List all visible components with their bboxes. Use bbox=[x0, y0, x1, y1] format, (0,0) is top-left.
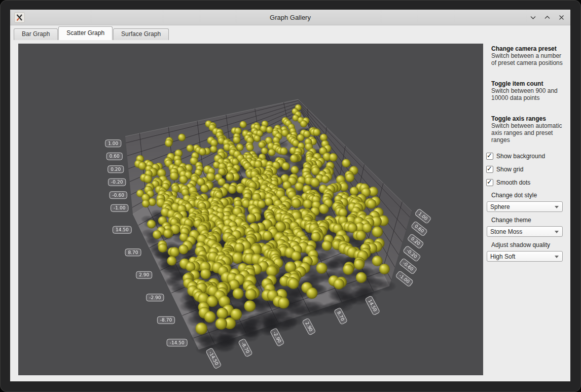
theme-group: Change theme Stone Moss bbox=[487, 217, 567, 237]
dot-style-group: Change dot style Sphere bbox=[487, 192, 567, 212]
theme-label: Change theme bbox=[491, 217, 567, 224]
tab-scatter-graph[interactable]: Scatter Graph bbox=[58, 26, 113, 40]
dropdown-value: High Soft bbox=[490, 253, 515, 260]
dropdown-arrow-icon bbox=[555, 231, 559, 233]
checkbox-box: ✓ bbox=[486, 153, 493, 160]
section-heading: Change camera preset bbox=[491, 45, 567, 52]
control-panel: Change camera preset Switch between a nu… bbox=[483, 40, 570, 381]
shadow-quality-group: Adjust shadow quality High Soft bbox=[487, 241, 567, 262]
checkbox-label: Smooth dots bbox=[496, 179, 530, 186]
checkbox-box: ✓ bbox=[486, 166, 493, 173]
close-button[interactable] bbox=[557, 13, 565, 21]
tab-bar: Bar Graph Scatter Graph Surface Graph bbox=[14, 26, 169, 40]
window-frame: Graph Gallery Bar Graph Scatter Graph bbox=[0, 0, 581, 392]
check-icon: ✓ bbox=[487, 152, 492, 159]
checkbox-box: ✓ bbox=[486, 179, 493, 186]
section-heading: Toggle item count bbox=[491, 80, 567, 87]
shadow-quality-dropdown[interactable]: High Soft bbox=[487, 251, 563, 262]
section-description: Switch between automatic axis ranges and… bbox=[491, 122, 567, 144]
section-description: Switch between 900 and 10000 data points bbox=[491, 87, 567, 101]
section-description: Switch between a number of preset camera… bbox=[491, 52, 567, 66]
dot-style-label: Change dot style bbox=[491, 192, 567, 199]
tab-surface-graph[interactable]: Surface Graph bbox=[113, 28, 169, 40]
check-icon: ✓ bbox=[487, 165, 492, 172]
show-grid-checkbox[interactable]: ✓ Show grid bbox=[486, 165, 567, 173]
dropdown-value: Sphere bbox=[490, 203, 510, 210]
window-controls bbox=[529, 10, 565, 25]
theme-dropdown[interactable]: Stone Moss bbox=[487, 226, 563, 237]
tab-bar-graph[interactable]: Bar Graph bbox=[14, 28, 58, 40]
checkbox-label: Show grid bbox=[496, 166, 523, 173]
maximize-button[interactable] bbox=[543, 13, 551, 21]
shadow-quality-label: Adjust shadow quality bbox=[491, 241, 567, 248]
section-heading: Toggle axis ranges bbox=[491, 115, 567, 122]
minimize-button[interactable] bbox=[529, 13, 537, 21]
dot-style-dropdown[interactable]: Sphere bbox=[487, 201, 563, 212]
axis-ranges-section: Toggle axis ranges Switch between automa… bbox=[491, 115, 567, 144]
titlebar: Graph Gallery bbox=[10, 10, 570, 25]
smooth-dots-checkbox[interactable]: ✓ Smooth dots bbox=[486, 179, 567, 187]
checkbox-label: Show background bbox=[496, 153, 545, 160]
chevron-up-icon bbox=[544, 14, 551, 21]
scatter-chart-container bbox=[18, 44, 483, 375]
scatter-3d-chart[interactable] bbox=[18, 44, 483, 375]
window-content: Bar Graph Scatter Graph Surface Graph Ch… bbox=[10, 25, 570, 381]
dropdown-arrow-icon bbox=[555, 256, 559, 258]
camera-preset-section: Change camera preset Switch between a nu… bbox=[491, 45, 567, 66]
check-icon: ✓ bbox=[487, 178, 492, 186]
chevron-down-icon bbox=[530, 14, 536, 21]
show-background-checkbox[interactable]: ✓ Show background bbox=[486, 152, 567, 160]
window-title: Graph Gallery bbox=[10, 14, 570, 21]
dropdown-value: Stone Moss bbox=[490, 228, 522, 235]
dropdown-arrow-icon bbox=[555, 206, 559, 208]
item-count-section: Toggle item count Switch between 900 and… bbox=[491, 80, 567, 101]
scatter-tab-page: Change camera preset Switch between a nu… bbox=[10, 40, 570, 381]
close-icon bbox=[558, 14, 565, 21]
